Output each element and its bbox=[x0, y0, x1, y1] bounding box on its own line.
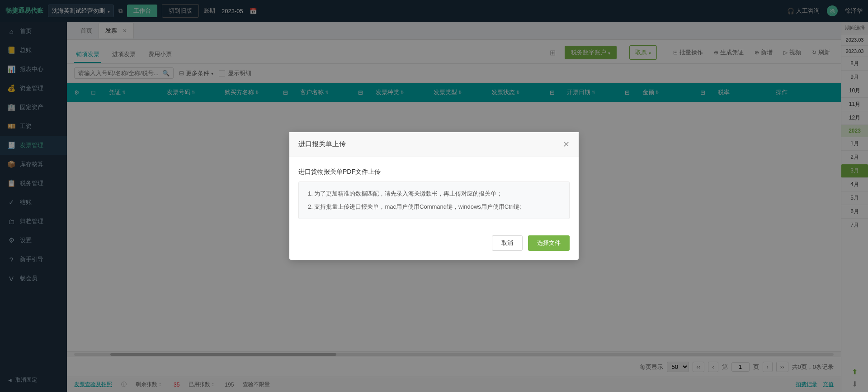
modal-footer: 取消 选择文件 bbox=[289, 230, 579, 260]
modal-section-title: 进口货物报关单PDF文件上传 bbox=[298, 168, 570, 176]
import-customs-modal: 进口报关单上传 ✕ 进口货物报关单PDF文件上传 1. 为了更加精准的数据匹配，… bbox=[289, 132, 579, 260]
modal-header: 进口报关单上传 ✕ bbox=[289, 132, 579, 157]
modal-cancel-button[interactable]: 取消 bbox=[492, 235, 523, 251]
modal-info-item-1: 1. 为了更加精准的数据匹配，请先录入海关缴款书，再上传对应的报关单； bbox=[308, 189, 560, 199]
modal-info-box: 1. 为了更加精准的数据匹配，请先录入海关缴款书，再上传对应的报关单； 2. 支… bbox=[298, 182, 570, 220]
modal-title: 进口报关单上传 bbox=[298, 140, 346, 148]
modal-body: 进口货物报关单PDF文件上传 1. 为了更加精准的数据匹配，请先录入海关缴款书，… bbox=[289, 157, 579, 230]
modal-select-file-button[interactable]: 选择文件 bbox=[528, 235, 570, 251]
modal-info-item-2: 2. 支持批量上传进口报关单，mac用户使用Command键，windows用户… bbox=[308, 202, 560, 212]
modal-overlay: 进口报关单上传 ✕ 进口货物报关单PDF文件上传 1. 为了更加精准的数据匹配，… bbox=[0, 0, 868, 392]
modal-close-button[interactable]: ✕ bbox=[563, 139, 570, 149]
